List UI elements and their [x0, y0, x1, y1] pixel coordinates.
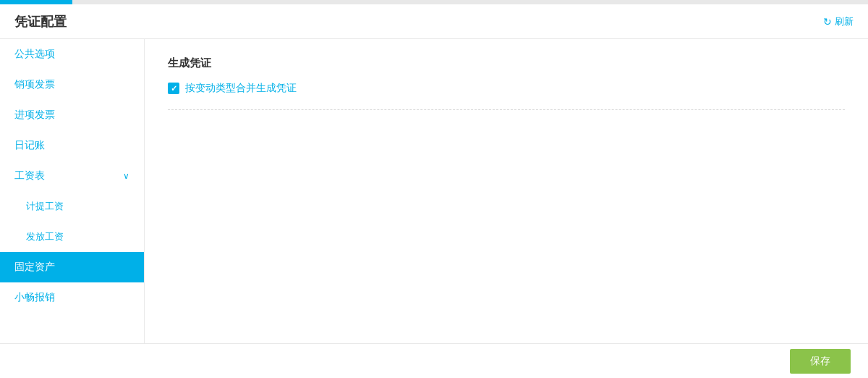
header: 凭证配置 ↻ 刷新 — [0, 4, 868, 39]
chevron-down-icon: ∨ — [123, 171, 129, 181]
sidebar-item-payroll[interactable]: 工资表 ∨ — [0, 161, 144, 191]
sidebar-item-journal[interactable]: 日记账 — [0, 130, 144, 161]
section-divider — [168, 109, 845, 110]
sidebar-item-label: 日记账 — [14, 139, 45, 152]
sidebar: 公共选项 销项发票 进项发票 日记账 工资表 ∨ 计提工资 发放工资 固定资 — [0, 39, 145, 343]
sidebar-item-commission[interactable]: 计提工资 — [0, 191, 144, 222]
sidebar-item-label: 计提工资 — [26, 200, 64, 213]
footer: 保存 — [0, 343, 868, 378]
sidebar-item-expense[interactable]: 小畅报销 — [0, 282, 144, 313]
checkbox-row: 按变动类型合并生成凭证 — [168, 82, 845, 95]
sidebar-item-public[interactable]: 公共选项 — [0, 39, 144, 70]
sidebar-item-label: 固定资产 — [14, 261, 55, 274]
refresh-label: 刷新 — [835, 15, 854, 28]
sidebar-item-label: 公共选项 — [14, 48, 55, 61]
section-title: 生成凭证 — [168, 56, 845, 70]
sidebar-item-label: 进项发票 — [14, 109, 55, 122]
sidebar-item-label: 销项发票 — [14, 78, 55, 91]
sidebar-item-fixed-assets[interactable]: 固定资产 — [0, 252, 144, 282]
page-title: 凭证配置 — [14, 13, 67, 30]
sidebar-item-label: 发放工资 — [26, 230, 64, 243]
merge-checkbox[interactable] — [168, 83, 179, 94]
sidebar-item-label: 工资表 — [14, 169, 45, 182]
checkbox-label[interactable]: 按变动类型合并生成凭证 — [185, 82, 297, 95]
refresh-button[interactable]: ↻ 刷新 — [823, 15, 854, 28]
sidebar-item-purchase-invoice[interactable]: 进项发票 — [0, 100, 144, 130]
page-container: 凭证配置 ↻ 刷新 公共选项 销项发票 进项发票 日记账 工资表 ∨ — [0, 0, 868, 378]
sidebar-item-sales-invoice[interactable]: 销项发票 — [0, 70, 144, 100]
sidebar-item-label: 小畅报销 — [14, 291, 55, 304]
main-content: 公共选项 销项发票 进项发票 日记账 工资表 ∨ 计提工资 发放工资 固定资 — [0, 39, 868, 343]
sidebar-item-payout[interactable]: 发放工资 — [0, 222, 144, 252]
save-button[interactable]: 保存 — [790, 349, 851, 374]
refresh-icon: ↻ — [823, 16, 832, 28]
content-area: 生成凭证 按变动类型合并生成凭证 — [145, 39, 868, 343]
